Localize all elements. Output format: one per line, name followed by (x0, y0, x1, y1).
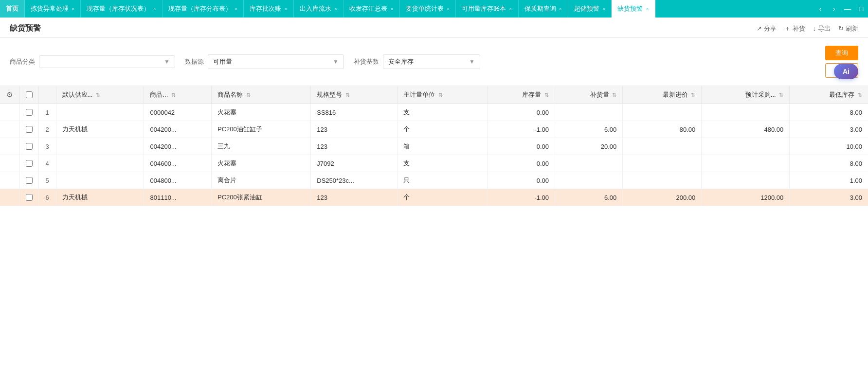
th-latest-price[interactable]: 最新进价 ⇅ (623, 86, 702, 104)
th-default-supplier[interactable]: 默认供应... ⇅ (56, 86, 144, 104)
filter-group-basis: 补货基数 安全库存 ▼ (354, 54, 480, 69)
chevron-down-icon-datasource: ▼ (333, 58, 339, 65)
tab-inout-flow[interactable]: 出入库流水 × (294, 0, 344, 18)
ai-button[interactable]: Ai (834, 64, 858, 79)
table-row: 2 力天机械 004200... PC200油缸缸子 123 个 -1.00 6… (0, 121, 868, 138)
td-seq: 4 (38, 155, 56, 172)
tab-overstock[interactable]: 超储预警 × (568, 0, 612, 18)
table-container: ⚙ 默认供应... ⇅ 商品... ⇅ (0, 86, 868, 206)
td-replenish-qty: 6.00 (555, 189, 623, 206)
td-latest-price (623, 138, 702, 155)
tab-shortage[interactable]: 缺货预警 × (612, 0, 655, 18)
chevron-down-icon-category: ▼ (164, 58, 170, 65)
tab-close-overstock[interactable]: × (602, 6, 605, 12)
td-code: 004600... (144, 155, 212, 172)
th-settings[interactable]: ⚙ (0, 86, 19, 104)
row-checkbox[interactable] (26, 177, 33, 184)
tab-stock-status[interactable]: 现存量（库存状况表） × (81, 0, 162, 18)
export-button[interactable]: ↓ 导出 (813, 24, 831, 33)
td-checkbox (19, 172, 38, 189)
row-checkbox[interactable] (26, 126, 33, 133)
page-title: 缺货预警 (10, 23, 757, 34)
tab-close-inout-flow[interactable]: × (334, 6, 337, 12)
tab-close-available-ledger[interactable]: × (509, 6, 512, 12)
th-product-name[interactable]: 商品名称 ⇅ (212, 86, 311, 104)
tab-next-btn[interactable]: › (827, 0, 841, 18)
header-actions: ↗ 分享 ＋ 补货 ↓ 导出 ↻ 刷新 (757, 24, 859, 33)
replenish-button[interactable]: ＋ 补货 (784, 24, 805, 33)
row-checkbox[interactable] (26, 109, 33, 116)
refresh-icon: ↻ (838, 25, 844, 32)
td-code: 004200... (144, 138, 212, 155)
select-all-checkbox[interactable] (26, 91, 33, 98)
tab-demand-stat[interactable]: 要货单统计表 × (400, 0, 456, 18)
tab-close-stock-dist[interactable]: × (235, 6, 237, 12)
td-replenish-qty (555, 172, 623, 189)
tab-expiry-query[interactable]: 保质期查询 × (519, 0, 568, 18)
td-settings (0, 121, 19, 138)
td-latest-price (623, 172, 702, 189)
tab-close-exception[interactable]: × (72, 6, 74, 12)
refresh-button[interactable]: ↻ 刷新 (838, 24, 858, 33)
td-min-stock: 8.00 (790, 155, 868, 172)
td-estimated-purchase (702, 172, 790, 189)
table-row: 3 004200... 三九 123 箱 0.00 20.00 10.00 (0, 138, 868, 155)
th-stock-qty[interactable]: 库存量 ⇅ (487, 86, 555, 104)
table-settings-icon[interactable]: ⚙ (6, 90, 14, 99)
td-unit: 箱 (398, 138, 488, 155)
th-replenish-qty[interactable]: 补货量 ⇅ (555, 86, 623, 104)
tab-stock-dist[interactable]: 现存量（库存分布表） × (163, 0, 244, 18)
tab-home[interactable]: 首页 (0, 0, 25, 18)
tab-exception[interactable]: 拣货异常处理 × (25, 0, 81, 18)
td-estimated-purchase (702, 155, 790, 172)
tab-close-expiry-query[interactable]: × (559, 6, 562, 12)
sort-icon-code: ⇅ (171, 92, 176, 98)
chevron-down-icon-basis: ▼ (469, 58, 475, 65)
td-supplier (56, 138, 144, 155)
tab-batch[interactable]: 库存批次账 × (244, 0, 293, 18)
tab-maximize-btn[interactable]: □ (854, 0, 868, 18)
tab-prev-btn[interactable]: ‹ (814, 0, 827, 18)
td-name: PC200油缸缸子 (212, 121, 311, 138)
td-unit: 个 (398, 121, 488, 138)
table-row: 1 0000042 火花塞 SS816 支 0.00 8.00 (0, 104, 868, 121)
tab-close-stock-status[interactable]: × (153, 6, 156, 12)
th-estimated-purchase[interactable]: 预计采购... ⇅ (702, 86, 790, 104)
td-stock-qty: 0.00 (487, 155, 555, 172)
th-spec-model[interactable]: 规格型号 ⇅ (311, 86, 398, 104)
td-stock-qty: 0.00 (487, 138, 555, 155)
tab-close-collect-pay[interactable]: × (390, 6, 393, 12)
tab-minimize-btn[interactable]: — (841, 0, 854, 18)
filter-label-category: 商品分类 (10, 57, 35, 66)
page-content: 缺货预警 ↗ 分享 ＋ 补货 ↓ 导出 ↻ 刷新 商品分类 (0, 18, 868, 387)
filter-select-datasource[interactable]: 可用量 ▼ (208, 54, 344, 69)
td-min-stock: 3.00 (790, 189, 868, 206)
th-product-code[interactable]: 商品... ⇅ (144, 86, 212, 104)
row-checkbox[interactable] (26, 143, 33, 150)
th-min-stock[interactable]: 最低库存 ⇅ (790, 86, 868, 104)
tab-available-ledger[interactable]: 可用量库存账本 × (456, 0, 518, 18)
tab-collect-pay[interactable]: 收发存汇总表 × (344, 0, 399, 18)
filter-select-category[interactable]: ▼ (39, 55, 175, 68)
sort-icon-replenish: ⇅ (612, 92, 616, 98)
tab-close-demand-stat[interactable]: × (447, 6, 450, 12)
tab-close-batch[interactable]: × (284, 6, 287, 12)
td-spec: 123 (311, 121, 398, 138)
td-seq: 1 (38, 104, 56, 121)
td-estimated-purchase (702, 138, 790, 155)
td-latest-price (623, 155, 702, 172)
share-button[interactable]: ↗ 分享 (757, 24, 777, 33)
filter-select-basis[interactable]: 安全库存 ▼ (383, 54, 480, 69)
td-replenish-qty: 20.00 (555, 138, 623, 155)
row-checkbox[interactable] (26, 194, 33, 201)
td-latest-price: 200.00 (623, 189, 702, 206)
sort-icon-name: ⇅ (246, 92, 251, 98)
td-unit: 只 (398, 172, 488, 189)
th-unit[interactable]: 主计量单位 ⇅ (398, 86, 488, 104)
row-checkbox[interactable] (26, 160, 33, 167)
filter-group-category: 商品分类 ▼ (10, 55, 175, 68)
td-spec: 123 (311, 138, 398, 155)
td-name: 火花塞 (212, 104, 311, 121)
tab-close-shortage[interactable]: × (646, 6, 649, 12)
query-button[interactable]: 查询 (825, 46, 858, 60)
